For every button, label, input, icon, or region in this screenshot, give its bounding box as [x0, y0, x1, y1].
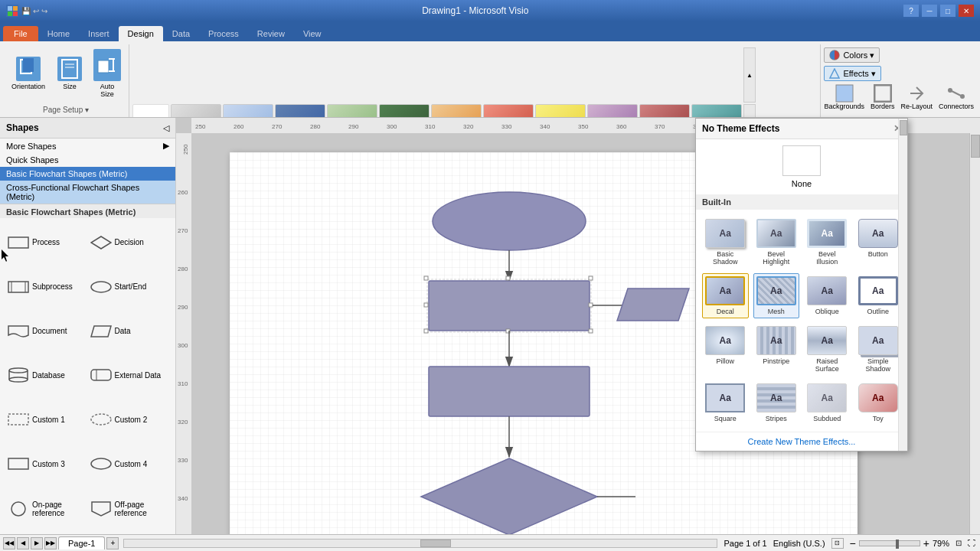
effect-oblique[interactable]: Aa Oblique [804, 273, 851, 318]
theme-9[interactable]: Aa [587, 104, 638, 118]
connectors-button[interactable]: Connectors [939, 84, 974, 110]
effect-decal-thumb: Aa [705, 276, 745, 305]
zoom-in-btn[interactable]: + [923, 537, 929, 549]
theme-scroll-up[interactable]: ▲ [743, 47, 756, 103]
sidebar-collapse-icon[interactable]: ◁ [163, 123, 169, 133]
size-button[interactable]: Size [51, 47, 89, 99]
effects-button[interactable]: Effects ▾ [824, 66, 880, 81]
orientation-button[interactable]: Orientation [9, 47, 47, 99]
effect-pillow[interactable]: Aa Pillow [702, 323, 749, 376]
shape-startend[interactable]: Start/End [89, 266, 170, 308]
theme-6[interactable]: Aa [431, 104, 482, 118]
borders-button[interactable]: Borders [871, 84, 895, 110]
effect-bevel-illusion[interactable]: Aa Bevel Illusion [804, 216, 851, 269]
shape-database[interactable]: Database [6, 354, 87, 397]
effect-subdued[interactable]: Aa Subdued [804, 380, 851, 425]
tab-process[interactable]: Process [199, 26, 248, 41]
auto-size-button[interactable]: AutoSize [92, 47, 122, 99]
colors-button[interactable]: Colors ▾ [824, 47, 880, 63]
shape-subprocess[interactable]: Subprocess [6, 266, 87, 308]
shape-decision[interactable]: Decision [89, 221, 170, 264]
theme-2[interactable]: Aa [223, 104, 273, 118]
svg-text:270: 270 [178, 227, 188, 234]
page-size-indicator[interactable]: ⊡ [831, 538, 844, 549]
close-button[interactable]: ✕ [959, 5, 974, 17]
shape-custom2[interactable]: Custom 2 [89, 398, 170, 441]
effect-basic-shadow[interactable]: Aa Basic Shadow [702, 216, 749, 269]
svg-rect-78 [589, 329, 593, 333]
theme-5[interactable]: Aa [379, 104, 430, 118]
theme-1[interactable]: Aa [171, 104, 221, 118]
svg-text:320: 320 [178, 419, 188, 425]
effect-simple-shadow[interactable]: Aa Simple Shadow [855, 323, 902, 376]
tab-view[interactable]: View [294, 26, 331, 41]
zoom-out-btn[interactable]: − [850, 537, 856, 549]
theme-8[interactable]: Aa [535, 104, 586, 118]
sidebar-item-basic-flowchart[interactable]: Basic Flowchart Shapes (Metric) [0, 167, 175, 181]
sidebar-item-quick-shapes[interactable]: Quick Shapes [0, 153, 175, 167]
theme-scroll-down[interactable]: ▼ [743, 104, 756, 118]
shape-data[interactable]: Data [89, 310, 170, 353]
page-last-btn[interactable]: ▶▶ [44, 537, 57, 549]
tab-home[interactable]: Home [38, 26, 79, 41]
effect-bevel-highlight[interactable]: Aa Bevel Highlight [753, 216, 800, 269]
svg-text:270: 270 [272, 123, 283, 130]
effect-stripes[interactable]: Aa Stripes [753, 380, 800, 425]
effects-none-thumb[interactable] [782, 145, 821, 176]
shape-external-data[interactable]: External Data [89, 354, 170, 397]
fullscreen-btn[interactable]: ⛶ [968, 539, 975, 547]
backgrounds-button[interactable]: Backgrounds [824, 84, 864, 110]
quick-access: 💾 ↩ ↪ [21, 7, 47, 15]
tab-data[interactable]: Data [163, 26, 199, 41]
effect-square[interactable]: Aa Square [702, 380, 749, 425]
shape-custom3[interactable]: Custom 3 [6, 442, 87, 485]
page-prev-btn[interactable]: ◀ [17, 537, 29, 549]
canvas-scrollbar-vertical[interactable] [969, 133, 980, 534]
minimize-button[interactable]: ─ [922, 5, 937, 17]
page-first-btn[interactable]: ◀◀ [3, 537, 15, 549]
theme-11[interactable]: Aa [691, 104, 742, 118]
tab-insert[interactable]: Insert [79, 26, 119, 41]
effect-bevel-illusion-label: Bevel Illusion [807, 250, 848, 266]
svg-rect-0 [8, 6, 12, 11]
shape-document[interactable]: Document [6, 310, 87, 353]
effect-decal[interactable]: Aa Decal [702, 273, 749, 318]
effect-pinstripe-thumb: Aa [756, 326, 796, 355]
shape-process[interactable]: Process [6, 221, 87, 264]
zoom-slider[interactable] [859, 540, 920, 546]
effect-outline[interactable]: Aa Outline [855, 273, 902, 318]
tab-design[interactable]: Design [119, 26, 163, 41]
effect-toy[interactable]: Aa Toy [855, 380, 902, 425]
effect-raised-surface[interactable]: Aa Raised Surface [804, 323, 851, 376]
shape-custom4[interactable]: Custom 4 [89, 442, 170, 485]
add-page-btn[interactable]: + [106, 537, 119, 549]
theme-3[interactable]: Aa [275, 104, 325, 118]
relayout-button[interactable]: Re-Layout [900, 84, 933, 110]
effects-panel-scrollbar[interactable] [898, 119, 907, 451]
effect-pinstripe[interactable]: Aa Pinstripe [753, 323, 800, 376]
shape-offpage-ref[interactable]: Off-page reference [89, 487, 170, 531]
theme-10[interactable]: Aa [639, 104, 690, 118]
fit-page-btn[interactable]: ⊡ [956, 539, 962, 547]
page-tab-1[interactable]: Page-1 [58, 536, 105, 549]
sidebar-item-cross-functional[interactable]: Cross-Functional Flowchart Shapes (Metri… [0, 181, 175, 204]
effects-create-link[interactable]: Create New Theme Effects... [696, 432, 907, 451]
window-controls: ? ─ □ ✕ [903, 5, 974, 17]
shape-custom1[interactable]: Custom 1 [6, 398, 87, 441]
help-button[interactable]: ? [903, 5, 919, 17]
maximize-button[interactable]: □ [940, 5, 956, 17]
svg-text:350: 350 [578, 123, 589, 130]
theme-none[interactable] [132, 104, 169, 118]
theme-4[interactable]: Aa [327, 104, 377, 118]
more-shapes-label: More Shapes [6, 142, 56, 151]
effect-mesh[interactable]: Aa Mesh [753, 273, 800, 318]
page-next-btn[interactable]: ▶ [31, 537, 43, 549]
theme-7[interactable]: Aa [483, 104, 534, 118]
sidebar-item-more-shapes[interactable]: More Shapes ▶ [0, 139, 175, 153]
tab-file[interactable]: File [3, 26, 38, 41]
tab-review[interactable]: Review [248, 26, 294, 41]
shape-onpage-ref[interactable]: On-page reference [6, 487, 87, 531]
scrollbar-horizontal[interactable] [123, 539, 717, 548]
effect-button[interactable]: Aa Button [855, 216, 902, 269]
svg-rect-6 [62, 60, 77, 78]
